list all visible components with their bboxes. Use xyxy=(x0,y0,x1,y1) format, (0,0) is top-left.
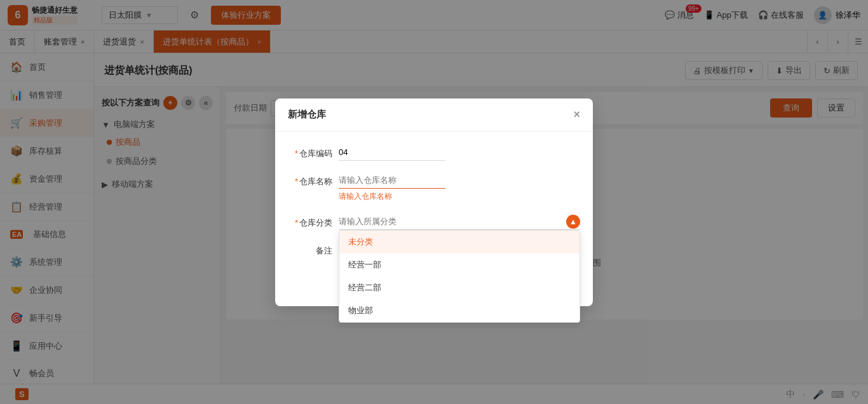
modal-close-button[interactable]: × xyxy=(573,109,580,120)
code-label: *仓库编码 xyxy=(288,144,339,159)
remark-label: 备注 xyxy=(288,241,339,257)
category-dropdown-arrow[interactable]: ▲ xyxy=(566,215,580,229)
category-form-row: *仓库分类 ▲ 未分类 经营一部 经营二部 物业部 xyxy=(288,213,580,230)
modal-title: 新增仓库 xyxy=(288,109,326,121)
name-form-row: *仓库名称 请输入仓库名称 xyxy=(288,172,580,202)
dropdown-option-dept2[interactable]: 经营二部 xyxy=(339,276,580,299)
dropdown-option-dept1[interactable]: 经营一部 xyxy=(339,253,580,276)
modal-body: *仓库编码 *仓库名称 请输入仓库名称 *仓库分类 xyxy=(275,131,593,271)
name-label: *仓库名称 xyxy=(288,172,339,187)
warehouse-code-input[interactable] xyxy=(339,144,445,161)
category-input[interactable] xyxy=(339,213,580,230)
code-input-wrapper xyxy=(339,144,580,161)
dropdown-option-property[interactable]: 物业部 xyxy=(339,299,580,322)
code-form-row: *仓库编码 xyxy=(288,144,580,161)
category-dropdown-wrapper: ▲ 未分类 经营一部 经营二部 物业部 xyxy=(339,213,580,230)
new-warehouse-modal: 新增仓库 × *仓库编码 *仓库名称 请输入仓库名称 xyxy=(275,98,593,306)
modal-overlay[interactable]: 新增仓库 × *仓库编码 *仓库名称 请输入仓库名称 xyxy=(0,0,868,404)
category-dropdown-list: 未分类 经营一部 经营二部 物业部 xyxy=(339,230,580,323)
warehouse-name-input[interactable] xyxy=(339,172,445,189)
dropdown-option-uncategorized[interactable]: 未分类 xyxy=(339,231,580,253)
modal-header: 新增仓库 × xyxy=(275,98,593,131)
category-label: *仓库分类 xyxy=(288,213,339,229)
name-error-message: 请输入仓库名称 xyxy=(339,191,580,202)
name-input-wrapper: 请输入仓库名称 xyxy=(339,172,580,202)
